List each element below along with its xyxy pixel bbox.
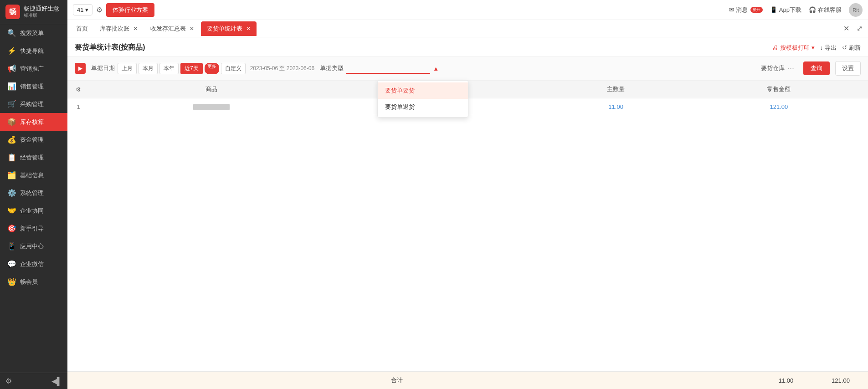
sidebar-label-marketing: 营销推广 [20,65,44,73]
print-arrow: ▾ [812,44,815,51]
filter-date-prev-month[interactable]: 上月 [118,63,137,74]
sidebar-item-shortcut[interactable]: ⚡ 快捷导航 [0,42,67,60]
filter-type-group: 单据类型 ▲ [320,63,439,74]
sidebar-icon-guide: 🎯 [7,224,16,233]
sidebar-label-member: 畅会员 [20,278,38,286]
product-blur [193,104,230,110]
message-button[interactable]: ✉ 消息 99+ [729,6,763,14]
sidebar-item-enterprise[interactable]: 🤝 企业协同 [0,202,67,220]
dropdown-item-tuihuodan[interactable]: 要货单退货 [378,99,468,115]
tab-order-stat-close[interactable]: ✕ [246,26,251,32]
tab-home[interactable]: 首页 [71,21,93,36]
sidebar-item-operation[interactable]: 📋 经营管理 [0,148,67,166]
sidebar-label-basic: 基础信息 [20,171,44,179]
sidebar-label-wechat: 企业微信 [20,260,44,268]
sidebar-icon-enterprise: 🤝 [7,206,16,215]
sidebar-item-purchase[interactable]: 🛒 采购管理 [0,95,67,113]
filter-date-custom[interactable]: 自定义 [221,63,246,74]
filter-date-label: 单据日期 [91,64,115,72]
collapse-icon[interactable]: ◀▌ [51,377,62,385]
sidebar-label-search: 搜索菜单 [20,29,44,37]
settings-icon[interactable]: ⚙ [5,377,12,385]
sidebar-footer: ⚙ ◀▌ [0,373,67,389]
sidebar-item-app_center[interactable]: 📱 应用中心 [0,237,67,255]
sidebar-icon-inventory: 📦 [7,118,16,126]
sidebar-label-system: 系统管理 [20,189,44,197]
filter-date-range: 2023-05-06 至 2023-06-06 [250,65,314,72]
sidebar-item-wechat[interactable]: 💬 企业微信 [0,255,67,273]
sidebar-logo: 畅 畅捷通好生意 标准版 [0,0,67,24]
table-area: ⚙ 商品 主计量单位 主数量 零 [67,81,868,371]
sidebar-icon-system: ⚙️ [7,189,16,197]
sidebar-item-marketing[interactable]: 📢 营销推广 [0,60,67,77]
sidebar-label-app_center: 应用中心 [20,242,44,251]
cell-product [89,98,333,115]
print-button[interactable]: 🖨 按模板打印 ▾ [772,44,815,52]
sidebar-icon-purchase: 🛒 [7,100,16,108]
sidebar-icon-marketing: 📢 [7,64,16,73]
col-settings-icon[interactable]: ⚙ [76,86,81,93]
filter-expand-button[interactable]: ▶ [75,63,86,74]
sidebar-label-guide: 新手引导 [20,225,44,233]
sidebar-label-purchase: 采购管理 [20,100,44,108]
filter-settings-button[interactable]: 设置 [835,61,861,76]
sidebar-item-inventory[interactable]: 📦 库存核算 [0,113,67,131]
cell-qty[interactable]: 11.00 [542,98,689,115]
sidebar-item-guide[interactable]: 🎯 新手引导 [0,220,67,237]
tab-batch-close[interactable]: ✕ [133,26,138,32]
avatar[interactable]: Rit [849,3,863,17]
refresh-button[interactable]: ↺ 刷新 [842,44,861,52]
sidebar-icon-basic: 🗂️ [7,171,16,179]
topbar-gear-icon[interactable]: ⚙ [96,5,103,14]
page-header: 要货单统计表(按商品) 🖨 按模板打印 ▾ ↓ 导出 ↺ 刷新 [67,37,868,56]
col-qty-header: 主数量 [542,81,689,98]
filter-date-cur-month[interactable]: 本月 [139,63,158,74]
sidebar-label-finance: 资金管理 [20,136,44,144]
table-footer: 合计 11.00 121.00 [67,371,868,389]
filter-warehouse-dots[interactable]: ··· [787,64,794,73]
store-arrow: ▾ [85,6,88,13]
cell-amount[interactable]: 121.00 [690,98,868,115]
sidebar-icon-operation: 📋 [7,153,16,162]
tab-bar: 首页 库存批次账 ✕ 收发存汇总表 ✕ 要货单统计表 ✕ ✕ ⤢ [67,20,868,37]
tab-summary[interactable]: 收发存汇总表 ✕ [144,21,200,36]
tabs-right-controls: ✕ ⤢ [842,22,864,35]
app-download-button[interactable]: 📱 App下载 [770,6,801,14]
col-settings-header[interactable]: ⚙ [67,81,89,98]
filter-type-label: 单据类型 [320,64,344,72]
sidebar-item-finance[interactable]: 💰 资金管理 [0,131,67,148]
tab-order-stat[interactable]: 要货单统计表 ✕ [201,21,257,36]
dropdown-item-yaohuodan[interactable]: 要货单要货 [378,82,468,99]
filter-type-arrow-up[interactable]: ▲ [433,65,439,72]
message-label: 消息 [736,6,748,14]
main-area: 41 ▾ ⚙ 体验行业方案 ✉ 消息 99+ 📱 App下载 🎧 在线客服 Ri… [67,0,868,389]
filter-bar: ▶ 单据日期 上月 本月 本年 近7天 更多 自定义 2023-05-06 至 … [67,56,868,81]
promo-button[interactable]: 体验行业方案 [106,3,154,17]
store-label: 41 [77,6,83,13]
refresh-icon: ↺ [842,44,847,51]
sidebar-label-operation: 经营管理 [20,154,44,162]
export-button[interactable]: ↓ 导出 [820,44,837,52]
store-selector[interactable]: 41 ▾ [73,4,92,15]
sidebar-item-basic[interactable]: 🗂️ 基础信息 [0,166,67,184]
page: 要货单统计表(按商品) 🖨 按模板打印 ▾ ↓ 导出 ↺ 刷新 [67,37,868,389]
tab-batch[interactable]: 库存批次账 ✕ [94,21,144,36]
sidebar-item-search[interactable]: 🔍 搜索菜单 [0,24,67,42]
filter-type-input[interactable] [346,63,430,74]
service-button[interactable]: 🎧 在线客服 [809,6,842,14]
filter-warehouse-group: 要货仓库 ··· [761,64,798,73]
filter-date-7days[interactable]: 近7天 [180,63,203,74]
footer-label: 合计 [89,376,704,384]
sidebar-item-system[interactable]: ⚙️ 系统管理 [0,184,67,202]
sidebar-nav: 🔍 搜索菜单 ⚡ 快捷导航 📢 营销推广 📊 销售管理 🛒 采购管理 📦 库存核… [0,24,67,373]
sidebar-item-sales[interactable]: 📊 销售管理 [0,77,67,95]
filter-more-badge[interactable]: 更多 [205,63,219,74]
tabs-close-all[interactable]: ✕ [842,22,851,35]
query-button[interactable]: 查询 [803,61,830,75]
sidebar-icon-member: 👑 [7,277,16,286]
col-amount-header: 零售金额 [690,81,868,98]
sidebar-item-member[interactable]: 👑 畅会员 [0,273,67,291]
filter-date-cur-year[interactable]: 本年 [159,63,179,74]
tab-summary-close[interactable]: ✕ [190,26,194,32]
tabs-fullscreen[interactable]: ⤢ [855,22,864,35]
